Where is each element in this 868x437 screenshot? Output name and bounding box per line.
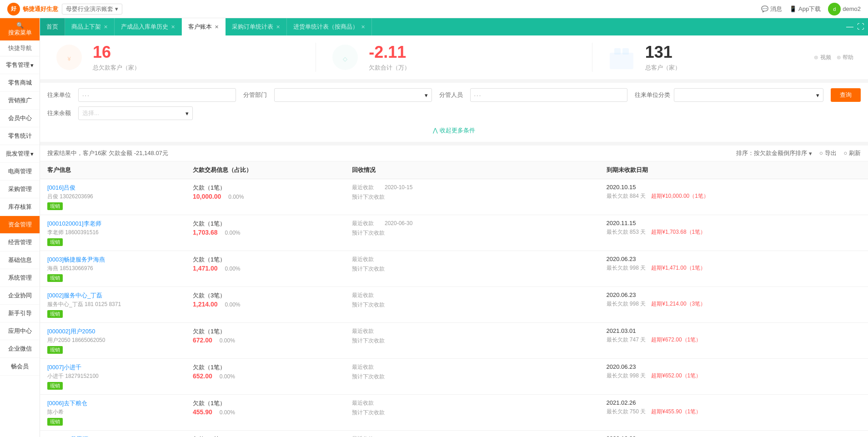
debt-cell-2: 欠款（1笔） 1,471.00 0.00% <box>193 256 352 272</box>
debt-row-inner-6: 455.90 0.00% <box>193 407 352 416</box>
collection-cell-5: 最近收款 预计下次收款 <box>352 363 607 381</box>
help-btn[interactable]: ⊙ 帮助 <box>837 54 853 61</box>
filter-department-select[interactable]: ▾ <box>274 88 432 102</box>
sort-select[interactable]: 排序：按欠款金额倒序排序 ▾ <box>736 149 812 157</box>
app-download-btn[interactable]: 📱 App下载 <box>789 5 821 13</box>
debt-cell-4: 欠款（1笔） 672.00 0.00% <box>193 327 352 344</box>
customer-tag-6: 现销 <box>47 418 63 426</box>
sidebar-app-center-label: 应用中心 <box>8 327 32 334</box>
sidebar-search[interactable]: 🔍 搜索菜单 <box>0 18 40 40</box>
tab-product-history-close[interactable]: ✕ <box>171 24 175 30</box>
sidebar-item-purchase-mgmt[interactable]: 采购管理 <box>0 181 40 198</box>
debt-cell-5: 欠款（1笔） 652.00 0.00% <box>193 363 352 380</box>
filter-source-unit-input[interactable]: ··· <box>78 88 236 102</box>
avatar: d <box>828 3 841 15</box>
chevron-down-icon-cat: ▾ <box>816 92 819 99</box>
tab-bar: 首页 商品上下架 ✕ 产成品入库单历史 ✕ 客户账本 ✕ 采购订单统计表 ✕ <box>40 18 868 35</box>
tab-purchase-stats-close[interactable]: ✕ <box>361 24 365 30</box>
due-cell-4: 2021.03.01 最长欠款 747 天 超期¥672.00（1笔） <box>607 327 861 344</box>
search-button[interactable]: 查询 <box>831 88 861 102</box>
sidebar-item-ops-mgmt[interactable]: 经营管理 <box>0 234 40 251</box>
customer-tag-0: 现销 <box>47 202 63 210</box>
customer-name-1[interactable]: [0001020001]李老师 <box>47 220 101 227</box>
tab-minimize-btn[interactable]: — <box>846 23 853 31</box>
sidebar-retail-stats-label: 零售统计 <box>8 132 32 139</box>
customer-name-0[interactable]: [0016]吕俊 <box>47 184 75 191</box>
customer-info-1: 李老师 18600391516 <box>47 229 193 236</box>
sidebar-item-enterprise[interactable]: 企业协同 <box>0 287 40 305</box>
tab-purchase-order[interactable]: 采购订单统计表 ✕ <box>226 18 287 35</box>
sidebar-item-retail-mall[interactable]: 零售商城 <box>0 74 40 92</box>
due-cell-7: 2020.12.30 最长欠款 808 天 超期¥429.00（1笔） <box>607 435 861 437</box>
tab-product-history[interactable]: 产成品入库单历史 ✕ <box>115 18 182 35</box>
filter-unit-category-select[interactable]: ▾ <box>674 88 823 102</box>
sidebar-item-sys-mgmt[interactable]: 系统管理 <box>0 269 40 287</box>
overdue-link-0[interactable]: 超期¥10,000.00（1笔） <box>651 193 709 199</box>
sidebar-item-member-center[interactable]: 会员中心 <box>0 110 40 127</box>
overdue-link-1[interactable]: 超期¥1,703.68（1笔） <box>651 229 706 235</box>
tab-customer-account[interactable]: 客户账本 ✕ <box>182 18 226 35</box>
filter-balance-select[interactable]: 选择... ▾ <box>78 106 193 120</box>
tab-purchase-order-close[interactable]: ✕ <box>276 24 280 30</box>
tab-purchase-stats[interactable]: 进货单统计表（按商品） ✕ <box>287 18 372 35</box>
sidebar-item-retail-stats[interactable]: 零售统计 <box>0 127 40 145</box>
tab-product-listing[interactable]: 商品上下架 ✕ <box>65 18 115 35</box>
tab-purchase-order-label: 采购订单统计表 <box>232 23 273 31</box>
sidebar-item-batch-mgmt[interactable]: 批发管理 ▾ <box>0 145 40 163</box>
debt-count-6: 欠款（1笔） <box>193 399 352 407</box>
tab-customer-account-close[interactable]: ✕ <box>215 24 219 30</box>
sidebar-item-inventory[interactable]: 库存核算 <box>0 198 40 216</box>
sidebar-item-finance-mgmt[interactable]: 资金管理 <box>0 216 40 234</box>
filter-area: 往来单位 ··· 分管部门 ▾ <box>40 83 868 142</box>
results-bar: 搜索结果中，客户16家 欠款金额 -21,148.07元 排序：按欠款金额倒序排… <box>40 146 868 161</box>
filter-source-unit-label: 往来单位 <box>47 91 75 99</box>
overdue-link-4[interactable]: 超期¥672.00（1笔） <box>651 337 701 343</box>
overdue-link-2[interactable]: 超期¥1,471.00（1笔） <box>651 265 706 271</box>
sidebar-item-base-info[interactable]: 基础信息 <box>0 251 40 269</box>
customer-cell-7: [000001]黄思源 黄思源 13552700226 现销 <box>47 435 193 437</box>
sidebar-item-marketing[interactable]: 营销推广 <box>0 92 40 110</box>
message-btn[interactable]: 💬 消息 <box>761 5 782 13</box>
refresh-icon: ○ <box>844 150 848 156</box>
tab-maximize-btn[interactable]: ⛶ <box>857 23 864 31</box>
customer-name-6[interactable]: [0006]去下粮仓 <box>47 400 87 407</box>
video-btn[interactable]: ⊙ 视频 <box>814 54 831 61</box>
customer-name-4[interactable]: [000002]用户2050 <box>47 328 95 335</box>
collapse-button[interactable]: ⋀ 收起更多条件 <box>47 125 861 136</box>
sidebar-ops-mgmt-label: 经营管理 <box>8 239 32 246</box>
sidebar-item-super-member[interactable]: 畅会员 <box>0 358 40 376</box>
sidebar-item-retail-mgmt[interactable]: 零售管理 ▾ <box>0 56 40 74</box>
overdue-link-6[interactable]: 超期¥455.90（1笔） <box>651 408 701 415</box>
debt-cell-1: 欠款（1笔） 1,703.68 0.00% <box>193 220 352 236</box>
collapse-label: 收起更多条件 <box>440 127 475 134</box>
export-btn[interactable]: ○ 导出 <box>819 149 836 157</box>
filter-manager-input[interactable]: ··· <box>470 88 628 102</box>
sidebar-base-info-label: 基础信息 <box>8 256 32 263</box>
stat-card-actions: ⊙ 视频 ⊙ 帮助 <box>814 54 853 61</box>
sidebar-item-new-guide[interactable]: 新手引导 <box>0 305 40 322</box>
overdue-link-5[interactable]: 超期¥652.00（1笔） <box>651 372 701 379</box>
customer-name-5[interactable]: [0007]小进千 <box>47 364 81 371</box>
table-header: 客户信息 欠款交易信息（占比） 回收情况 到期未收款日期 <box>40 161 868 179</box>
customer-cell-3: [0002]服务中心_丁磊 服务中心_丁磊 181 0125 8371 现销 <box>47 291 193 318</box>
user-area[interactable]: d demo2 <box>828 3 861 15</box>
customer-name-2[interactable]: [0003]畅捷服务尹海燕 <box>47 256 105 263</box>
sidebar-quick-nav[interactable]: 快捷导航 <box>0 40 40 56</box>
quick-nav-label: 快捷导航 <box>8 45 32 51</box>
sidebar-item-ecom-mgmt[interactable]: 电商管理 <box>0 163 40 181</box>
sidebar-item-app-center[interactable]: 应用中心 <box>0 322 40 340</box>
tab-product-listing-close[interactable]: ✕ <box>104 24 108 30</box>
sidebar-item-enterprise-wx[interactable]: 企业微信 <box>0 340 40 358</box>
results-summary: 搜索结果中，客户16家 欠款金额 -21,148.07元 <box>47 149 168 157</box>
chevron-down-icon: ▾ <box>115 5 118 12</box>
debt-count-0: 欠款（1笔） <box>193 184 352 192</box>
chevron-down-icon: ▾ <box>30 62 34 69</box>
overdue-link-3[interactable]: 超期¥1,214.00（3笔） <box>651 301 706 307</box>
collection-cell-2: 最近收款 预计下次收款 <box>352 256 607 273</box>
tab-home[interactable]: 首页 <box>40 18 65 35</box>
due-days-4: 最长欠款 747 天 超期¥672.00（1笔） <box>607 336 861 344</box>
debt-ratio-6: 0.00% <box>220 409 235 416</box>
refresh-btn[interactable]: ○ 刷新 <box>844 149 861 157</box>
store-selector[interactable]: 母婴行业演示账套 ▾ <box>62 4 122 15</box>
customer-name-3[interactable]: [0002]服务中心_丁磊 <box>47 292 102 299</box>
